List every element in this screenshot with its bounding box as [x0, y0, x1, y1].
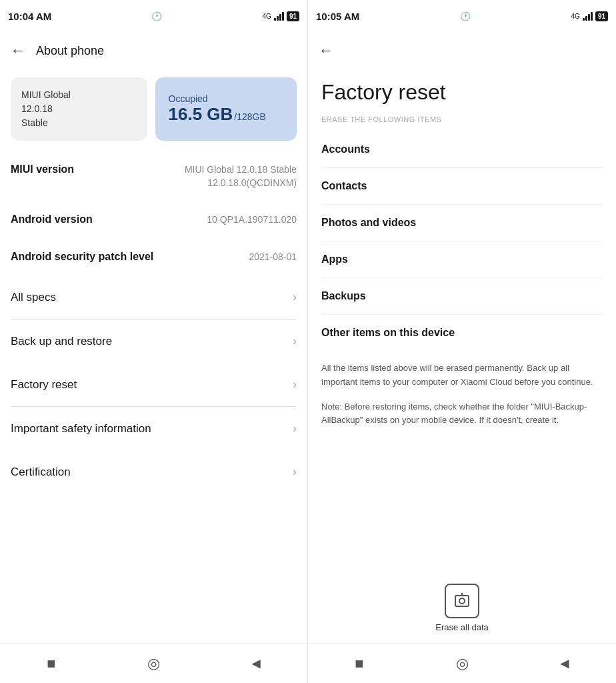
- left-nav-square[interactable]: ■: [38, 650, 65, 677]
- signal-bar-2: [277, 16, 279, 21]
- factory-reset-title: Factory reset: [308, 69, 616, 110]
- safety-row[interactable]: Important safety information ›: [0, 407, 307, 450]
- erase-item-apps: Apps: [308, 241, 616, 277]
- miui-version-label: MIUI version: [11, 163, 154, 175]
- miui-line2: 12.0.18: [21, 103, 53, 114]
- r-signal-bar-2: [585, 16, 587, 21]
- left-network-icon: 4G: [263, 13, 271, 20]
- backup-row[interactable]: Back up and restore ›: [0, 319, 307, 363]
- right-nav-triangle[interactable]: ◄: [551, 650, 578, 677]
- warning-text-2: Note: Before restoring items, check whet…: [308, 400, 616, 439]
- warning2-text: Note: Before restoring items, check whet…: [321, 402, 587, 426]
- safety-label: Important safety information: [11, 422, 151, 436]
- erase-item-other: Other items on this device: [308, 315, 616, 351]
- erase-item-backups: Backups: [308, 278, 616, 314]
- right-page-header: ←: [308, 32, 616, 69]
- all-specs-label: All specs: [11, 291, 56, 304]
- right-battery: 91: [595, 11, 608, 21]
- r-signal-bar-3: [588, 14, 590, 21]
- right-status-bar: 10:05 AM 🕐 4G 91: [308, 0, 616, 32]
- info-cards: MIUI Global 12.0.18 Stable Occupied 16.5…: [0, 69, 307, 151]
- miui-line3: Stable: [21, 117, 48, 128]
- all-specs-row[interactable]: All specs ›: [0, 275, 307, 319]
- miui-line1: MIUI Global: [21, 89, 71, 100]
- all-specs-chevron: ›: [293, 290, 297, 304]
- right-nav-square[interactable]: ■: [346, 650, 373, 677]
- r-signal-bar-1: [583, 18, 585, 21]
- storage-total: /128GB: [234, 111, 265, 122]
- svg-point-1: [459, 598, 465, 604]
- miui-version-row: MIUI version MIUI Global 12.0.18 Stable1…: [0, 151, 307, 201]
- left-back-button[interactable]: ←: [11, 43, 25, 58]
- factory-reset-row[interactable]: Factory reset ›: [0, 363, 307, 406]
- factory-reset-label: Factory reset: [11, 378, 77, 392]
- certification-label: Certification: [11, 466, 71, 479]
- storage-label: Occupied: [169, 93, 284, 104]
- left-status-bar: 10:04 AM 🕐 4G 91: [0, 0, 307, 32]
- warning1-text: All the items listed above will be erase…: [321, 363, 593, 387]
- r-signal-bar-4: [591, 12, 593, 21]
- left-battery: 91: [287, 11, 299, 21]
- left-status-time: 10:04 AM: [8, 11, 51, 22]
- right-alarm-icon: 🕐: [460, 11, 471, 21]
- right-status-time: 10:05 AM: [316, 11, 359, 22]
- erase-button-container: Erase all data: [308, 573, 616, 643]
- right-network-icon: 4G: [571, 13, 580, 20]
- right-back-button[interactable]: ←: [319, 43, 333, 58]
- left-page-header: ← About phone: [0, 32, 307, 69]
- miui-version-value: MIUI Global 12.0.18 Stable12.0.18.0(QCDI…: [154, 163, 297, 189]
- security-patch-label: Android security patch level: [11, 251, 154, 263]
- backup-label: Back up and restore: [11, 335, 112, 348]
- erase-item-accounts: Accounts: [308, 131, 616, 167]
- svg-rect-0: [455, 596, 469, 606]
- right-panel: 10:05 AM 🕐 4G 91 ← Factory reset ERASE T…: [308, 0, 616, 683]
- factory-reset-chevron: ›: [293, 378, 297, 392]
- miui-card-text: MIUI Global 12.0.18 Stable: [21, 88, 137, 130]
- left-panel: 10:04 AM 🕐 4G 91 ← About phone MIUI Glob…: [0, 0, 308, 683]
- signal-bar-4: [282, 12, 284, 21]
- storage-card: Occupied 16.5 GB /128GB: [155, 77, 297, 141]
- backup-chevron: ›: [293, 334, 297, 348]
- erase-item-contacts: Contacts: [308, 168, 616, 204]
- signal-bar-3: [279, 14, 281, 21]
- right-status-icons: 4G 91: [571, 11, 608, 21]
- left-signal-bars: [274, 11, 284, 21]
- signal-bar-1: [274, 18, 276, 21]
- erase-item-photos: Photos and videos: [308, 205, 616, 241]
- android-version-label: Android version: [11, 213, 154, 225]
- security-patch-row: Android security patch level 2021-08-01: [0, 239, 307, 276]
- left-nav-circle[interactable]: ◎: [140, 650, 167, 677]
- left-page-title: About phone: [36, 44, 104, 58]
- safety-chevron: ›: [293, 422, 297, 436]
- left-alarm-icon: 🕐: [151, 11, 162, 21]
- android-version-row: Android version 10 QP1A.190711.020: [0, 201, 307, 239]
- android-version-value: 10 QP1A.190711.020: [154, 213, 297, 227]
- left-nav-triangle[interactable]: ◄: [243, 650, 269, 677]
- warning-text-1: All the items listed above will be erase…: [308, 351, 616, 400]
- erase-icon: [453, 592, 471, 610]
- right-signal-bars: [583, 11, 593, 21]
- left-bottom-nav: ■ ◎ ◄: [0, 643, 307, 683]
- security-patch-value: 2021-08-01: [154, 251, 297, 264]
- erase-items-list: Accounts Contacts Photos and videos Apps…: [308, 131, 616, 351]
- erase-all-data-button[interactable]: [445, 584, 479, 618]
- miui-info-card: MIUI Global 12.0.18 Stable: [11, 77, 147, 141]
- storage-value: 16.5 GB: [169, 104, 233, 125]
- right-bottom-nav: ■ ◎ ◄: [308, 643, 616, 683]
- right-nav-circle[interactable]: ◎: [449, 650, 475, 677]
- erase-btn-label: Erase all data: [435, 622, 489, 632]
- erase-subtitle: ERASE THE FOLLOWING ITEMS: [308, 110, 616, 131]
- certification-chevron: ›: [293, 465, 297, 479]
- info-section: MIUI version MIUI Global 12.0.18 Stable1…: [0, 151, 307, 643]
- certification-row[interactable]: Certification ›: [0, 450, 307, 494]
- left-status-icons: 4G 91: [263, 11, 299, 21]
